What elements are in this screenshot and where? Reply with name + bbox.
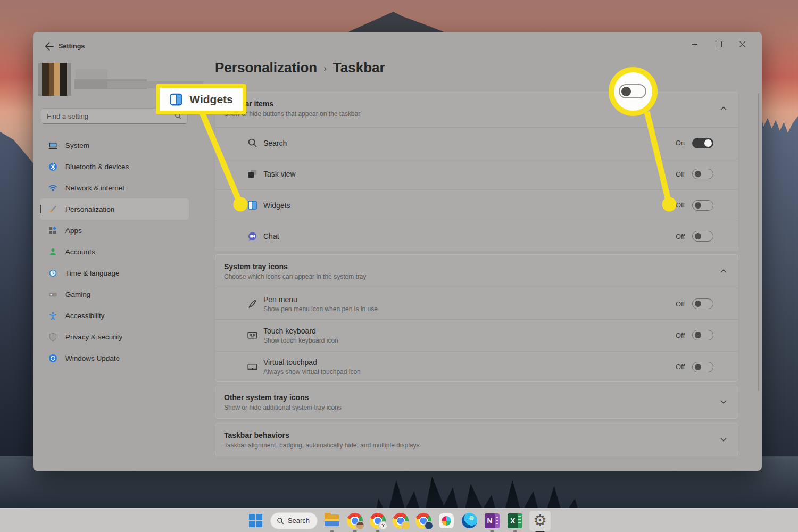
toggle-state-label: Off [676,300,685,308]
sidebar-item-system[interactable]: System [40,135,189,156]
chrome-icon [347,513,363,529]
toggle-state-label: Off [676,170,685,178]
scrollbar[interactable] [758,93,759,391]
row-label: Search [263,139,287,147]
avatar[interactable] [38,63,71,96]
page-title: Taskbar [333,60,385,76]
sidebar-item-label: Windows Update [65,354,120,362]
toggle-knob [704,139,712,147]
taskbar-behaviors-card[interactable]: Taskbar behaviors Taskbar alignment, bad… [215,423,738,456]
taskbar-items-header[interactable]: Taskbar items Show or hide buttons that … [215,92,738,127]
toggle-state-label: Off [676,201,685,209]
toggle-knob [695,202,701,209]
system-tray-header[interactable]: System tray icons Choose which icons can… [215,255,738,288]
task-view-icon [247,169,257,179]
search-toggle[interactable] [692,138,713,148]
taskbar-app-chrome-3[interactable] [392,512,409,529]
virtual-touchpad-icon [247,362,257,372]
chevron-down-icon[interactable] [720,400,727,404]
taskbar-app-settings[interactable]: ⚙ [529,511,551,531]
settings-gear-icon: ⚙ [533,513,547,528]
toggle-knob [695,364,701,370]
toggle-knob [695,233,701,239]
maximize-button[interactable] [706,36,730,52]
taskbar-app-slack[interactable] [438,512,455,529]
taskbar-app-chrome-4[interactable] [415,512,432,529]
chat-icon [247,231,257,242]
sidebar-item-gaming[interactable]: Gaming [40,284,189,305]
breadcrumb-parent[interactable]: Personalization [215,60,317,76]
chevron-up-icon[interactable] [720,269,727,273]
widgets-icon [169,93,183,106]
sidebar-item-time-language[interactable]: Time & language [40,262,189,284]
taskbar-app-edge[interactable] [461,512,478,529]
sidebar-item-label: System [65,142,89,149]
chevron-down-icon[interactable] [720,437,727,442]
row-label: Touch keyboard [263,327,338,335]
section-title: System tray icons [224,262,713,271]
toggle-state-label: On [676,139,685,147]
gamepad-icon [48,290,57,299]
close-button[interactable] [730,36,754,52]
setting-row-virtual-touchpad: Virtual touchpad Always show virtual tou… [215,351,738,383]
widgets-toggle[interactable] [692,200,713,211]
toggle-knob [695,171,701,177]
taskbar-app-excel[interactable]: X [506,512,523,529]
taskbar-app-chrome-2[interactable]: Y [369,512,386,529]
sidebar-item-accessibility[interactable]: Accessibility [40,305,189,326]
chevron-up-icon[interactable] [720,106,727,111]
sidebar-item-label: Accessibility [65,312,105,320]
setting-row-widgets: Widgets Off [215,189,738,221]
other-system-tray-icons-card[interactable]: Other system tray icons Show or hide add… [215,386,738,419]
task-view-toggle[interactable] [692,169,713,179]
sidebar-item-personalization[interactable]: Personalization [40,198,189,220]
minimize-button[interactable] [683,36,706,52]
system-tray-icons-card: System tray icons Choose which icons can… [215,254,738,382]
minimize-icon [692,44,697,45]
sidebar-item-label: Personalization [65,205,114,213]
search-icon [247,138,257,148]
os-taskbar: Search Y [0,508,798,532]
taskbar-app-onenote[interactable]: N [484,512,501,529]
touch-keyboard-toggle[interactable] [692,330,713,340]
chat-toggle[interactable] [692,231,713,242]
start-button[interactable] [247,512,264,529]
virtual-touchpad-toggle[interactable] [692,362,713,372]
update-sync-icon [48,354,57,363]
edge-icon [462,513,477,528]
sidebar-item-bluetooth-devices[interactable]: Bluetooth & devices [40,156,189,177]
clock-icon [48,269,57,278]
row-description: Show touch keyboard icon [263,337,338,344]
sidebar-item-privacy-security[interactable]: Privacy & security [40,326,189,347]
accounts-person-icon [48,247,57,256]
window-controls [683,36,754,52]
taskbar-app-file-explorer[interactable] [323,512,340,529]
row-label: Chat [263,232,279,240]
row-label: Widgets [263,201,290,210]
maximize-icon [716,41,722,47]
sidebar-item-label: Bluetooth & devices [65,163,129,171]
sidebar-item-label: Gaming [65,290,90,298]
profile-name-blurred [76,69,107,79]
taskbar-items-card: Taskbar items Show or hide buttons that … [215,92,738,251]
setting-row-pen-menu: Pen menu Show pen menu icon when pen is … [215,288,738,319]
row-label: Virtual touchpad [263,358,361,367]
sidebar-item-windows-update[interactable]: Windows Update [40,347,189,369]
back-arrow-icon [44,41,54,52]
toggle-state-label: Off [676,331,685,339]
sidebar-item-apps[interactable]: Apps [40,220,189,241]
taskbar-app-chrome-1[interactable] [346,512,363,529]
file-explorer-icon [324,514,340,527]
row-label: Task view [263,170,296,178]
bluetooth-icon [48,162,57,171]
breadcrumb: Personalization › Taskbar [215,60,385,76]
row-description: Always show virtual touchpad icon [263,368,361,376]
taskbar-search[interactable]: Search [270,512,318,529]
setting-row-touch-keyboard: Touch keyboard Show touch keyboard icon … [215,319,738,351]
pen-menu-toggle[interactable] [692,298,713,309]
toggle-knob [695,301,701,307]
back-button[interactable] [44,41,54,52]
toggle-knob [621,87,631,96]
sidebar-item-network-internet[interactable]: Network & internet [40,177,189,198]
sidebar-item-accounts[interactable]: Accounts [40,241,189,262]
